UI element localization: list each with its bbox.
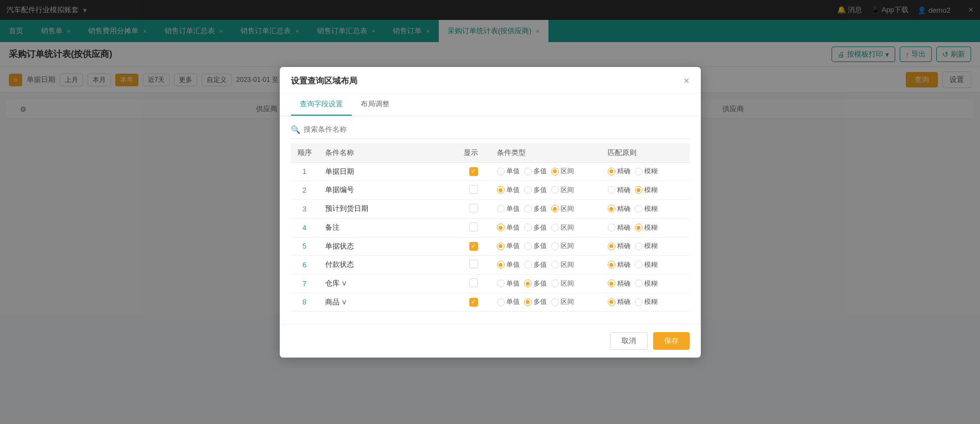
show-checkbox[interactable] (469, 278, 478, 287)
type-radio-type_range[interactable]: 区间 (551, 223, 574, 232)
type-radio-type_range[interactable]: 区间 (551, 167, 574, 176)
match-radio-match_exact[interactable]: 精确 (608, 260, 630, 270)
row-show (457, 199, 490, 218)
table-row: 2单据编号单值多值区间精确模糊 (291, 180, 690, 199)
row-name: 单据编号 (319, 180, 457, 199)
show-checkbox[interactable] (469, 167, 478, 176)
row-type: 单值多值区间 (490, 199, 601, 218)
modal-title: 设置查询区域布局 (291, 76, 357, 86)
show-checkbox[interactable] (469, 204, 478, 213)
row-match: 精确模糊 (601, 293, 690, 311)
show-checkbox[interactable] (469, 185, 478, 194)
radio-circle (635, 298, 643, 306)
row-match: 精确模糊 (601, 311, 690, 314)
table-row: 1单据日期单值多值区间精确模糊 (291, 162, 690, 180)
type-radio-type_range[interactable]: 区间 (551, 185, 574, 195)
radio-circle (497, 280, 505, 287)
radio-circle (497, 261, 505, 268)
row-name: 备注 (319, 218, 457, 237)
row-show (457, 162, 490, 180)
row-show (457, 180, 490, 199)
row-match: 精确模糊 (601, 237, 690, 255)
radio-circle (497, 298, 505, 306)
match-radio-match_exact[interactable]: 精确 (608, 241, 630, 251)
row-type: 单值多值区间 (490, 162, 601, 180)
row-name: 仓库 ∨ (319, 274, 457, 293)
radio-circle (551, 205, 559, 213)
match-radio-match_fuzzy[interactable]: 模糊 (635, 241, 658, 251)
type-radio-type_single[interactable]: 单值 (497, 260, 520, 270)
row-name: 付款状态 (319, 255, 457, 274)
type-radio-type_single[interactable]: 单值 (497, 279, 520, 288)
radio-circle (635, 224, 643, 231)
row-type: 单值多值区间 (490, 180, 601, 199)
match-radio-match_fuzzy[interactable]: 模糊 (635, 297, 658, 307)
radio-circle (524, 224, 532, 231)
radio-circle (635, 168, 643, 175)
modal-close-button[interactable]: × (684, 76, 690, 86)
match-radio-match_exact[interactable]: 精确 (608, 223, 630, 232)
type-radio-type_single[interactable]: 单值 (497, 223, 520, 232)
match-radio-match_fuzzy[interactable]: 模糊 (635, 167, 658, 176)
match-radio-match_fuzzy[interactable]: 模糊 (635, 185, 658, 195)
radio-circle (524, 280, 532, 287)
table-row: 9属性 ∨单值多值区间精确模糊 (291, 311, 690, 314)
match-radio-match_exact[interactable]: 精确 (608, 204, 630, 214)
match-radio-match_fuzzy[interactable]: 模糊 (635, 223, 658, 232)
show-checkbox[interactable] (469, 260, 478, 268)
type-radio-type_multi[interactable]: 多值 (524, 167, 547, 176)
show-checkbox[interactable] (469, 298, 478, 307)
row-order: 1 (291, 162, 319, 180)
match-radio-match_exact[interactable]: 精确 (608, 167, 630, 176)
type-radio-type_single[interactable]: 单值 (497, 185, 520, 195)
type-radio-type_single[interactable]: 单值 (497, 204, 520, 214)
row-show (457, 218, 490, 237)
radio-circle (551, 186, 559, 194)
row-order: 2 (291, 180, 319, 199)
table-row: 5单据状态单值多值区间精确模糊 (291, 237, 690, 255)
row-order: 9 (291, 311, 319, 314)
type-radio-type_multi[interactable]: 多值 (524, 185, 547, 195)
match-radio-match_fuzzy[interactable]: 模糊 (635, 260, 658, 270)
th-order: 顺序 (291, 143, 319, 163)
radio-circle (524, 261, 532, 268)
type-radio-type_multi[interactable]: 多值 (524, 297, 547, 307)
match-radio-match_fuzzy[interactable]: 模糊 (635, 279, 658, 288)
match-radio-match_exact[interactable]: 精确 (608, 279, 630, 288)
row-type: 单值多值区间 (490, 311, 601, 314)
th-match: 匹配原则 (601, 143, 690, 163)
search-input[interactable] (304, 125, 690, 133)
type-radio-type_range[interactable]: 区间 (551, 279, 574, 288)
type-radio-type_multi[interactable]: 多值 (524, 279, 547, 288)
type-radio-type_multi[interactable]: 多值 (524, 223, 547, 232)
row-match: 精确模糊 (601, 218, 690, 237)
conditions-table-scroll: 顺序 条件名称 显示 条件类型 匹配原则 1单据日期单值多值区间精确模糊2单据编… (291, 143, 690, 315)
modal-overlay: 设置查询区域布局 × 查询字段设置 布局调整 🔍 顺序 条件名称 显示 (0, 0, 980, 314)
type-radio-type_range[interactable]: 区间 (551, 297, 574, 307)
match-radio-match_exact[interactable]: 精确 (608, 185, 630, 195)
row-show (457, 255, 490, 274)
type-radio-type_single[interactable]: 单值 (497, 167, 520, 176)
radio-circle (608, 298, 615, 306)
show-checkbox[interactable] (469, 242, 478, 251)
type-radio-type_multi[interactable]: 多值 (524, 204, 547, 214)
type-radio-type_range[interactable]: 区间 (551, 260, 574, 270)
type-radio-type_single[interactable]: 单值 (497, 297, 520, 307)
radio-circle (497, 186, 505, 194)
type-radio-type_range[interactable]: 区间 (551, 241, 574, 251)
type-radio-type_multi[interactable]: 多值 (524, 241, 547, 251)
modal-header: 设置查询区域布局 × (280, 67, 701, 94)
match-radio-match_fuzzy[interactable]: 模糊 (635, 204, 658, 214)
tab-query-fields[interactable]: 查询字段设置 (291, 94, 352, 116)
table-row: 8商品 ∨单值多值区间精确模糊 (291, 293, 690, 311)
radio-circle (551, 242, 559, 250)
row-type: 单值多值区间 (490, 293, 601, 311)
tab-layout-adjust[interactable]: 布局调整 (352, 94, 398, 116)
match-radio-match_exact[interactable]: 精确 (608, 297, 630, 307)
type-radio-type_single[interactable]: 单值 (497, 241, 520, 251)
radio-circle (635, 242, 643, 250)
radio-circle (524, 205, 532, 213)
type-radio-type_range[interactable]: 区间 (551, 204, 574, 214)
show-checkbox[interactable] (469, 223, 478, 231)
type-radio-type_multi[interactable]: 多值 (524, 260, 547, 270)
